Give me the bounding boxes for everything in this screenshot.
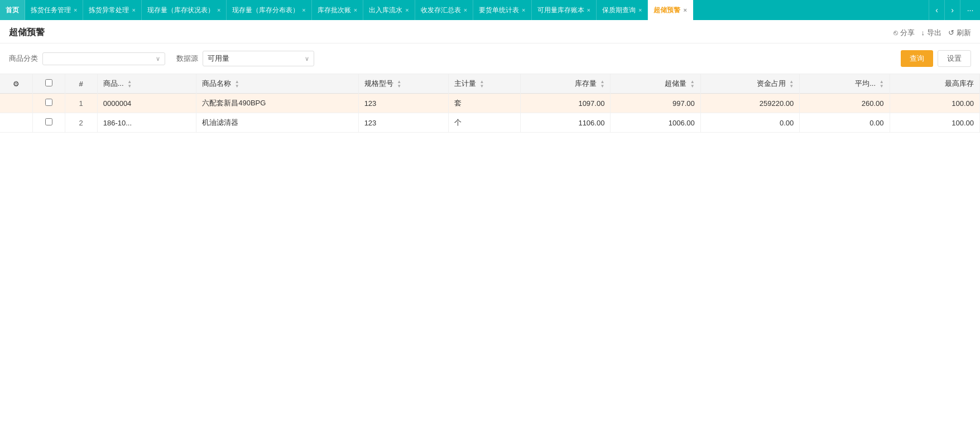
tab-label: 要货单统计表 (479, 6, 519, 15)
row-capital-cell: 259220.00 (700, 94, 799, 113)
row-stock-cell: 1097.00 (521, 94, 611, 113)
sort-name-icon: ▲▼ (235, 80, 239, 89)
tab-label: 保质期查询 (602, 6, 636, 15)
share-icon: ⎋ (893, 28, 898, 37)
col-gear-header[interactable]: ⚙ (0, 74, 32, 94)
row-code-cell: 186-10... (97, 113, 196, 133)
row-checkbox-0[interactable] (45, 99, 52, 106)
col-code-header[interactable]: 商品... ▲▼ (97, 74, 196, 94)
export-label: 导出 (927, 28, 941, 38)
tab-label: 现存量（库存状况表） (147, 6, 214, 15)
row-maxstock-cell: 100.00 (890, 113, 979, 133)
page-header: 超储预警 ⎋ 分享 ↓ 导出 ↺ 刷新 (0, 20, 980, 43)
nav-arrows: ‹ › ··· (929, 0, 980, 20)
table-header-row: ⚙ # 商品... ▲▼ 商品名称 ▲▼ 规格型号 (0, 74, 980, 94)
col-stock-header[interactable]: 库存量 ▲▼ (521, 74, 611, 94)
datasource-select-text: 可用量 (208, 54, 305, 64)
nav-tab-tab-inventory-status[interactable]: 现存量（库存状况表）× (142, 0, 227, 20)
nav-home[interactable]: 首页 (0, 0, 25, 20)
nav-tab-tab-inventory-dist[interactable]: 现存量（库存分布表）× (227, 0, 311, 20)
nav-tab-tab-inout[interactable]: 出入库流水× (363, 0, 415, 20)
query-button[interactable]: 查询 (901, 50, 933, 67)
tab-close-tab-batch[interactable]: × (354, 7, 357, 13)
tab-close-tab-overstock[interactable]: × (683, 7, 686, 13)
row-actions-cell (0, 94, 32, 113)
nav-tab-tab-order[interactable]: 要货单统计表× (473, 0, 531, 20)
nav-tab-tab-batch[interactable]: 库存批次账× (312, 0, 363, 20)
sort-stock-icon: ▲▼ (600, 80, 604, 89)
nav-tab-tab-available[interactable]: 可用量库存账本× (532, 0, 597, 20)
filter-actions: 查询 设置 (901, 50, 971, 67)
row-name-cell: 机油滤清器 (196, 113, 358, 133)
sort-code-icon: ▲▼ (127, 80, 132, 89)
refresh-icon: ↺ (948, 28, 954, 37)
nav-tab-tab-pick[interactable]: 拣货任务管理× (25, 0, 83, 20)
main-table: ⚙ # 商品... ▲▼ 商品名称 ▲▼ 规格型号 (0, 74, 980, 133)
nav-next-button[interactable]: › (944, 0, 960, 20)
tab-label: 拣货异常处理 (89, 6, 129, 15)
tab-label: 出入库流水 (369, 6, 402, 15)
nav-tab-tab-pick-abnormal[interactable]: 拣货异常处理× (83, 0, 141, 20)
col-overstock-header[interactable]: 超储量 ▲▼ (611, 74, 700, 94)
page-container: 超储预警 ⎋ 分享 ↓ 导出 ↺ 刷新 商品分类 ∨ 数据源 (0, 20, 980, 446)
nav-tab-tab-overstock[interactable]: 超储预警× (648, 0, 693, 20)
datasource-select[interactable]: 可用量 ∨ (203, 51, 314, 66)
row-avg-cell: 260.00 (800, 94, 890, 113)
col-name-header[interactable]: 商品名称 ▲▼ (196, 74, 358, 94)
tab-close-tab-available[interactable]: × (587, 7, 590, 13)
row-check-cell[interactable] (32, 113, 65, 133)
tab-close-tab-inventory-status[interactable]: × (217, 7, 220, 13)
tab-label: 收发存汇总表 (421, 6, 461, 15)
refresh-label: 刷新 (957, 28, 971, 38)
col-capital-header[interactable]: 资金占用 ▲▼ (700, 74, 799, 94)
row-maxstock-cell: 100.00 (890, 94, 979, 113)
datasource-chevron-icon: ∨ (305, 55, 309, 62)
sort-overstock-icon: ▲▼ (690, 80, 695, 89)
row-spec-cell: 123 (358, 113, 448, 133)
col-spec-header[interactable]: 规格型号 ▲▼ (358, 74, 448, 94)
tab-close-tab-inventory-dist[interactable]: × (302, 7, 305, 13)
tab-close-tab-pick[interactable]: × (74, 7, 77, 13)
nav-more-button[interactable]: ··· (960, 0, 980, 20)
page-title: 超储预警 (9, 27, 45, 38)
tab-close-tab-quality[interactable]: × (638, 7, 642, 13)
col-avg-header[interactable]: 平均... ▲▼ (800, 74, 890, 94)
row-actions-cell (0, 113, 32, 133)
refresh-button[interactable]: ↺ 刷新 (948, 28, 971, 38)
export-button[interactable]: ↓ 导出 (921, 28, 942, 38)
col-maxstock-header[interactable]: 最高库存 (890, 74, 979, 94)
row-avg-cell: 0.00 (800, 113, 890, 133)
settings-button[interactable]: 设置 (938, 50, 971, 67)
tab-label: 超储预警 (654, 6, 680, 15)
nav-bar: 首页 拣货任务管理×拣货异常处理×现存量（库存状况表）×现存量（库存分布表）×库… (0, 0, 980, 20)
tab-close-tab-pick-abnormal[interactable]: × (132, 7, 135, 13)
tab-close-tab-collect[interactable]: × (464, 7, 467, 13)
tab-close-tab-inout[interactable]: × (405, 7, 409, 13)
nav-prev-button[interactable]: ‹ (929, 0, 944, 20)
filter-area: 商品分类 ∨ 数据源 可用量 ∨ 查询 设置 (0, 43, 980, 74)
share-button[interactable]: ⎋ 分享 (893, 28, 915, 38)
row-unit-cell: 个 (448, 113, 520, 133)
tab-label: 拣货任务管理 (31, 6, 71, 15)
category-select[interactable]: ∨ (42, 52, 165, 65)
datasource-filter-group: 数据源 可用量 ∨ (176, 51, 314, 66)
select-all-checkbox[interactable] (45, 79, 52, 86)
row-check-cell[interactable] (32, 94, 65, 113)
category-label: 商品分类 (9, 54, 38, 64)
col-check-header[interactable] (32, 74, 65, 94)
nav-tab-tab-quality[interactable]: 保质期查询× (597, 0, 648, 20)
row-checkbox-1[interactable] (45, 118, 52, 125)
col-unit-header[interactable]: 主计量 ▲▼ (448, 74, 520, 94)
tab-close-tab-order[interactable]: × (522, 7, 525, 13)
sort-capital-icon: ▲▼ (789, 80, 794, 89)
nav-tab-tab-collect[interactable]: 收发存汇总表× (415, 0, 473, 20)
row-unit-cell: 套 (448, 94, 520, 113)
datasource-label: 数据源 (176, 54, 198, 64)
row-stock-cell: 1106.00 (521, 113, 611, 133)
row-num-cell: 2 (65, 113, 97, 133)
row-num-cell: 1 (65, 94, 97, 113)
row-capital-cell: 0.00 (700, 113, 799, 133)
tab-label: 现存量（库存分布表） (232, 6, 299, 15)
row-code-cell: 0000004 (97, 94, 196, 113)
export-icon: ↓ (921, 28, 925, 37)
